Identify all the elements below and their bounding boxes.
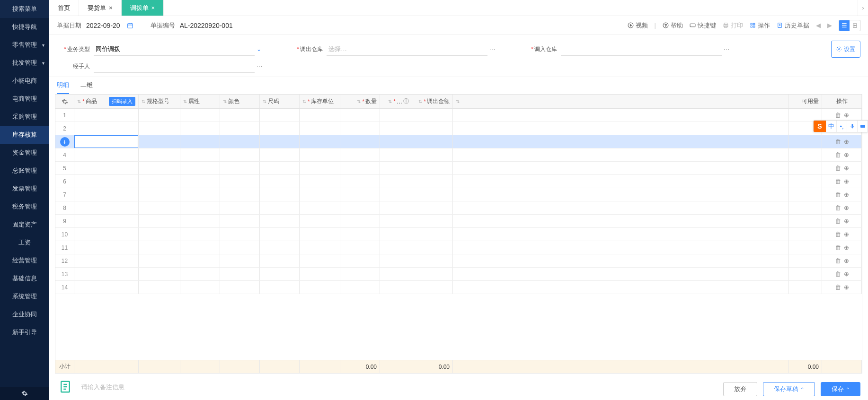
row-insert-icon[interactable]: ⊕	[844, 244, 849, 251]
actions-button[interactable]: 操作	[750, 21, 770, 30]
row-delete-icon[interactable]: 🗑	[835, 191, 841, 198]
row-insert-icon[interactable]: ⊕	[844, 217, 849, 225]
out-wh-input[interactable]	[327, 43, 487, 56]
close-icon[interactable]: ×	[151, 4, 155, 11]
row-insert-icon[interactable]: ⊕	[844, 112, 849, 119]
out-wh-lookup-icon[interactable]: ···	[489, 46, 496, 52]
tab-1[interactable]: 要货单×	[79, 0, 122, 16]
row-delete-icon[interactable]: 🗑	[835, 217, 841, 225]
sidebar-item-9[interactable]: 总账管理	[0, 162, 49, 180]
col-unit[interactable]: ⇅*库存单位	[300, 95, 340, 108]
table-row[interactable]: 14🗑⊕	[55, 281, 862, 294]
discard-button[interactable]: 放弃	[723, 382, 757, 396]
sidebar-settings-icon[interactable]	[0, 387, 49, 400]
sidebar-item-17[interactable]: 企业协同	[0, 305, 49, 323]
sidebar-item-7[interactable]: 库存核算	[0, 126, 49, 144]
col-size[interactable]: ⇅尺码	[260, 95, 300, 108]
sidebar-item-10[interactable]: 发票管理	[0, 180, 49, 198]
table-row[interactable]: 7🗑⊕	[55, 188, 862, 201]
sidebar-item-16[interactable]: 系统管理	[0, 287, 49, 305]
scan-badge[interactable]: 扫码录入	[109, 97, 135, 106]
row-insert-icon[interactable]: ⊕	[844, 165, 849, 172]
row-delete-icon[interactable]: 🗑	[835, 270, 841, 278]
sidebar-item-8[interactable]: 资金管理	[0, 144, 49, 162]
row-delete-icon[interactable]: 🗑	[835, 204, 841, 211]
row-insert-icon[interactable]: ⊕	[844, 204, 849, 211]
sidebar-item-18[interactable]: 新手引导	[0, 323, 49, 341]
row-delete-icon[interactable]: 🗑	[835, 257, 841, 264]
ime-lang[interactable]: 中	[826, 120, 836, 132]
row-delete-icon[interactable]: 🗑	[835, 165, 841, 172]
biz-type-input[interactable]	[94, 43, 255, 56]
doc-date-value[interactable]: 2022-09-20	[86, 22, 120, 29]
row-delete-icon[interactable]: 🗑	[835, 112, 841, 119]
sidebar-item-5[interactable]: 电商管理	[0, 90, 49, 108]
handler-input[interactable]	[94, 60, 255, 73]
save-draft-button[interactable]: 保存草稿⌃	[763, 382, 815, 396]
in-wh-lookup-icon[interactable]: ···	[724, 46, 730, 52]
col-spec[interactable]: ⇅规格型号	[139, 95, 180, 108]
row-insert-icon[interactable]: ⊕	[844, 138, 849, 145]
tab-2[interactable]: 调拨单×	[122, 0, 164, 16]
row-delete-icon[interactable]: 🗑	[835, 231, 841, 238]
table-row[interactable]: 9🗑⊕	[55, 215, 862, 228]
sidebar-item-12[interactable]: 固定资产	[0, 216, 49, 234]
print-button[interactable]: 打印	[723, 21, 743, 30]
ime-keyboard-icon[interactable]	[857, 120, 868, 132]
col-attr[interactable]: ⇅属性	[180, 95, 220, 108]
table-row[interactable]: 12🗑⊕	[55, 254, 862, 268]
row-insert-icon[interactable]: ⊕	[844, 270, 849, 278]
table-row[interactable]: 8🗑⊕	[55, 201, 862, 215]
row-add-button[interactable]: +	[55, 135, 74, 148]
ime-punct-icon[interactable]: •,	[836, 120, 847, 132]
save-button[interactable]: 保存⌃	[821, 382, 860, 396]
column-config-icon[interactable]	[55, 95, 74, 108]
row-insert-icon[interactable]: ⊕	[844, 231, 849, 238]
history-button[interactable]: 历史单据	[777, 21, 809, 30]
col-avail[interactable]: 可用量	[789, 95, 822, 108]
help-button[interactable]: ? 帮助	[663, 21, 683, 30]
table-row[interactable]: 6🗑⊕	[55, 175, 862, 188]
sidebar-item-15[interactable]: 基础信息	[0, 270, 49, 287]
view-grid-icon[interactable]: ⊞	[850, 20, 860, 31]
sidebar-item-13[interactable]: 工资	[0, 234, 49, 252]
col-qty[interactable]: ⇅*数量	[340, 95, 380, 108]
subtab-detail[interactable]: 明细	[57, 81, 69, 94]
calendar-icon[interactable]	[127, 22, 133, 29]
table-row[interactable]: 11🗑⊕	[55, 241, 862, 254]
table-row[interactable]: 5🗑⊕	[55, 162, 862, 175]
table-row[interactable]: 2🗑⊕	[55, 122, 862, 135]
handler-lookup-icon[interactable]: ···	[257, 63, 263, 70]
row-insert-icon[interactable]: ⊕	[844, 191, 849, 198]
close-icon[interactable]: ×	[109, 4, 113, 11]
col-product[interactable]: ⇅*商品扫码录入	[74, 95, 139, 108]
table-row[interactable]: 4🗑⊕	[55, 148, 862, 162]
sidebar-item-1[interactable]: 快捷导航	[0, 18, 49, 36]
prev-doc-icon[interactable]: ◀	[816, 22, 821, 29]
in-wh-input[interactable]	[561, 43, 722, 56]
row-insert-icon[interactable]: ⊕	[844, 284, 849, 291]
view-list-icon[interactable]: ☰	[839, 20, 850, 31]
row-insert-icon[interactable]: ⊕	[844, 257, 849, 264]
ime-mic-icon[interactable]	[847, 120, 857, 132]
tabs-scroll-right-icon[interactable]: ›	[858, 0, 868, 16]
settings-button[interactable]: 设置	[831, 41, 860, 58]
sidebar-item-14[interactable]: 经营管理	[0, 252, 49, 270]
table-row[interactable]: 1🗑⊕	[55, 109, 862, 122]
ime-toolbar[interactable]: S 中 •,	[813, 120, 868, 132]
sidebar-item-4[interactable]: 小畅电商	[0, 72, 49, 90]
sidebar-item-11[interactable]: 税务管理	[0, 198, 49, 216]
help-icon[interactable]: ⓘ	[403, 97, 409, 105]
row-delete-icon[interactable]: 🗑	[835, 284, 841, 291]
sidebar-item-6[interactable]: 采购管理	[0, 108, 49, 126]
next-doc-icon[interactable]: ▶	[827, 22, 832, 29]
tab-0[interactable]: 首页	[49, 0, 79, 16]
col-amount[interactable]: ⇅*调出金额	[412, 95, 453, 108]
biz-type-dropdown-icon[interactable]: ⌄	[257, 46, 261, 52]
row-delete-icon[interactable]: 🗑	[835, 151, 841, 158]
video-button[interactable]: 视频	[628, 21, 648, 30]
subtab-matrix[interactable]: 二维	[80, 81, 93, 94]
table-row[interactable]: 13🗑⊕	[55, 268, 862, 281]
row-delete-icon[interactable]: 🗑	[835, 178, 841, 185]
table-row[interactable]: 10🗑⊕	[55, 228, 862, 241]
